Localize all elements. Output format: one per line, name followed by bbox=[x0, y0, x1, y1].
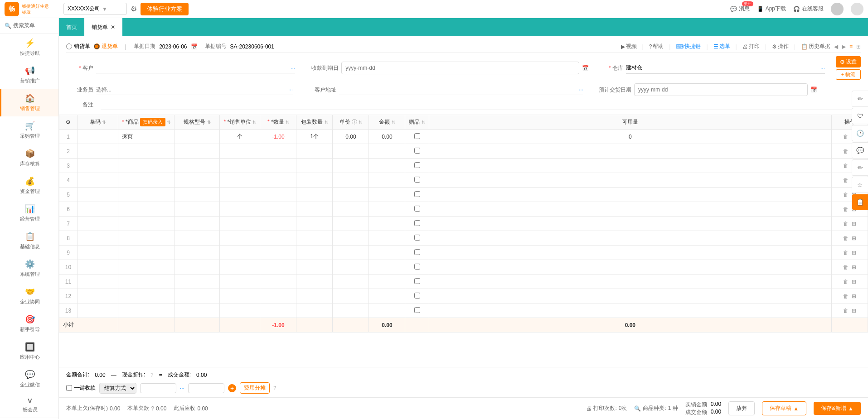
radio-sales-order[interactable]: 销货单 bbox=[66, 43, 90, 50]
one-click-pay-input[interactable] bbox=[66, 385, 72, 391]
sidebar-item-sales[interactable]: 🏠 销售管理 bbox=[0, 89, 58, 116]
remarks-input[interactable] bbox=[101, 101, 861, 108]
sort-icon-pkgqty[interactable]: ⇅ bbox=[325, 120, 328, 125]
tab-sales-order[interactable]: 销货单 ✕ bbox=[84, 18, 122, 36]
discard-button[interactable]: 放弃 bbox=[728, 401, 755, 415]
add-payment-btn[interactable]: + bbox=[228, 384, 236, 392]
cell-barcode[interactable] bbox=[78, 144, 118, 159]
cell-qty[interactable] bbox=[260, 202, 296, 217]
cell-product[interactable] bbox=[118, 289, 175, 303]
delete-icon[interactable]: 🗑 bbox=[843, 163, 849, 169]
delete-icon[interactable]: 🗑 bbox=[843, 293, 849, 299]
sidebar-item-vip[interactable]: V 畅会员 bbox=[0, 393, 58, 418]
cell-qty[interactable] bbox=[260, 159, 296, 173]
cell-qty[interactable] bbox=[260, 246, 296, 260]
company-selector[interactable]: XXXXXX公司 ▼ bbox=[63, 3, 127, 15]
delete-icon[interactable]: 🗑 bbox=[843, 134, 849, 140]
avatar2[interactable] bbox=[851, 3, 863, 15]
nav-prev[interactable]: ◀ bbox=[834, 43, 838, 50]
cell-product[interactable] bbox=[118, 173, 175, 188]
float-btn-pen[interactable]: ✏ bbox=[852, 159, 868, 176]
settlement-method-select[interactable]: 结算方式 bbox=[99, 383, 136, 394]
dots-account[interactable]: ··· bbox=[180, 385, 184, 391]
expected-delivery-input[interactable] bbox=[634, 83, 808, 96]
cell-gift[interactable] bbox=[405, 260, 429, 275]
sidebar-item-enterprise[interactable]: 🤝 企业协同 bbox=[0, 282, 58, 310]
copy-row-icon[interactable]: ⊞ bbox=[852, 235, 856, 241]
cell-product[interactable] bbox=[118, 246, 175, 260]
cell-spec[interactable] bbox=[175, 275, 220, 289]
cell-price[interactable] bbox=[333, 188, 369, 202]
delete-icon[interactable]: 🗑 bbox=[843, 279, 849, 285]
calendar-icon[interactable]: 📅 bbox=[191, 43, 198, 50]
warehouse-dots[interactable]: ··· bbox=[820, 65, 825, 71]
delete-icon[interactable]: 🗑 bbox=[843, 206, 849, 212]
cell-gift[interactable] bbox=[405, 144, 429, 159]
float-btn-chat[interactable]: 💬 bbox=[852, 142, 868, 159]
copy-row-icon[interactable]: ⊞ bbox=[852, 308, 856, 314]
sort-icon-unit[interactable]: ⇅ bbox=[252, 120, 256, 125]
toolbar-help[interactable]: ? 帮助 bbox=[649, 43, 664, 50]
delete-icon[interactable]: 🗑 bbox=[843, 250, 849, 256]
sidebar-item-system[interactable]: ⚙️ 系统管理 bbox=[0, 255, 58, 282]
settings-col-icon[interactable]: ⚙ bbox=[66, 119, 71, 125]
cell-barcode[interactable] bbox=[78, 202, 118, 217]
cell-product[interactable] bbox=[118, 144, 175, 159]
float-btn-history[interactable]: 🕐 bbox=[852, 125, 868, 141]
settings-button[interactable]: ⚙ 设置 bbox=[836, 56, 861, 67]
sort-icon-spec[interactable]: ⇅ bbox=[207, 120, 211, 125]
float-btn-shield[interactable]: 🛡 bbox=[852, 108, 868, 124]
sort-icon-price[interactable]: ⇅ bbox=[359, 120, 362, 125]
customer-address-dots[interactable]: ··· bbox=[579, 87, 583, 93]
sidebar-item-marketing[interactable]: 📢 营销推广 bbox=[0, 61, 58, 89]
cell-spec[interactable] bbox=[175, 159, 220, 173]
cell-qty[interactable] bbox=[260, 144, 296, 159]
sidebar-item-app-center[interactable]: 🔲 应用中心 bbox=[0, 337, 58, 365]
cell-price[interactable] bbox=[333, 246, 369, 260]
cell-barcode[interactable] bbox=[78, 275, 118, 289]
save-new-dropdown-icon[interactable]: ▲ bbox=[848, 405, 853, 412]
payment-due-input[interactable] bbox=[341, 62, 579, 74]
cell-spec[interactable] bbox=[175, 188, 220, 202]
cell-barcode[interactable] bbox=[78, 303, 118, 318]
cell-price[interactable] bbox=[333, 217, 369, 231]
price-info-icon[interactable]: ⓘ bbox=[352, 119, 357, 125]
cell-price[interactable]: 0.00 bbox=[333, 130, 369, 144]
cell-spec[interactable] bbox=[175, 289, 220, 303]
cell-gift[interactable] bbox=[405, 289, 429, 303]
sidebar-item-guide[interactable]: 🎯 新手引导 bbox=[0, 310, 58, 337]
sort-icon-amount[interactable]: ⇅ bbox=[392, 120, 395, 125]
cell-gift[interactable] bbox=[405, 188, 429, 202]
app-download-btn[interactable]: 📱 App下载 bbox=[757, 5, 786, 13]
cell-price[interactable] bbox=[333, 173, 369, 188]
help-icon[interactable]: ? bbox=[150, 372, 154, 378]
help-due[interactable]: ? bbox=[151, 405, 154, 412]
sidebar-item-finance[interactable]: 💰 资金管理 bbox=[0, 172, 58, 199]
sidebar-item-operations[interactable]: 📊 经营管理 bbox=[0, 199, 58, 227]
cell-qty[interactable] bbox=[260, 217, 296, 231]
cell-spec[interactable] bbox=[175, 173, 220, 188]
save-draft-button[interactable]: 保存草稿 ▲ bbox=[762, 401, 806, 415]
cell-spec[interactable] bbox=[175, 246, 220, 260]
salesperson-dots[interactable]: ··· bbox=[288, 87, 293, 93]
cell-price[interactable] bbox=[333, 275, 369, 289]
cell-gift[interactable] bbox=[405, 303, 429, 318]
cell-qty[interactable] bbox=[260, 260, 296, 275]
cell-product[interactable] bbox=[118, 231, 175, 246]
cell-barcode[interactable] bbox=[78, 217, 118, 231]
delete-icon[interactable]: 🗑 bbox=[843, 235, 849, 241]
tab-home[interactable]: 首页 bbox=[59, 18, 84, 36]
cell-price[interactable] bbox=[333, 202, 369, 217]
cell-qty[interactable] bbox=[260, 289, 296, 303]
sort-icon-barcode[interactable]: ⇅ bbox=[102, 120, 106, 125]
delete-icon[interactable]: 🗑 bbox=[843, 308, 849, 314]
toolbar-shortcut[interactable]: ⌨ 快捷键 bbox=[676, 43, 701, 50]
cell-price[interactable] bbox=[333, 231, 369, 246]
cell-barcode[interactable] bbox=[78, 159, 118, 173]
cell-spec[interactable] bbox=[175, 144, 220, 159]
toolbar-select[interactable]: ☰ 选单 bbox=[713, 43, 730, 50]
view-list-icon[interactable]: ≡ bbox=[849, 43, 853, 50]
cell-price[interactable] bbox=[333, 289, 369, 303]
sidebar-item-inventory[interactable]: 📦 库存核算 bbox=[0, 144, 58, 172]
toolbar-history[interactable]: 📋 历史单据 bbox=[801, 43, 830, 50]
